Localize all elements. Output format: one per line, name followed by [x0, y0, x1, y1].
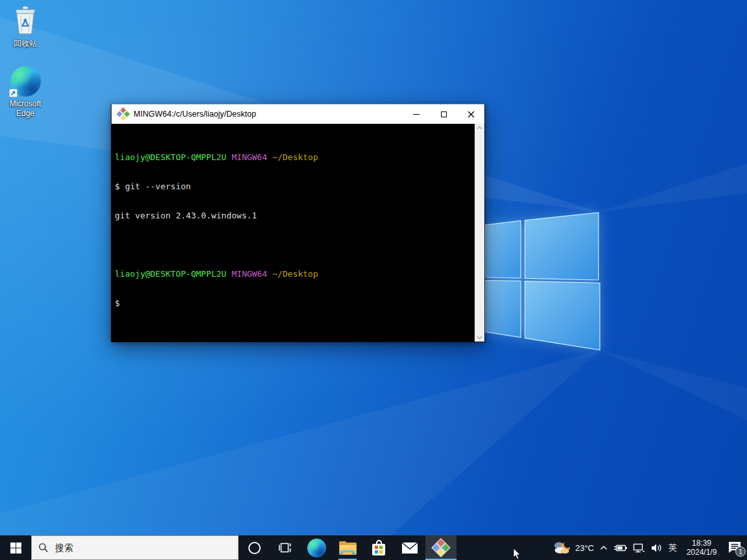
terminal-blank-line	[115, 240, 475, 250]
taskbar-search[interactable]	[31, 535, 239, 560]
mail-icon	[401, 542, 418, 554]
file-explorer-icon	[339, 541, 357, 555]
battery-status[interactable]	[613, 544, 627, 552]
terminal-command-line: $ git --version	[115, 181, 475, 191]
clock-date: 2024/1/9	[683, 548, 720, 557]
terminal-body[interactable]: liaojy@DESKTOP-QMPPL2UMINGW64~/Desktop $…	[112, 124, 475, 342]
terminal-cursor-line: $	[115, 298, 475, 308]
close-icon	[468, 111, 475, 118]
taskbar-edge-button[interactable]	[301, 535, 332, 560]
scroll-down-icon[interactable]	[477, 336, 482, 340]
recycle-bin-label: 回收站	[14, 39, 37, 49]
volume-icon	[651, 543, 663, 553]
windows-start-icon	[10, 542, 21, 554]
task-view-button[interactable]	[270, 535, 301, 560]
ime-indicator[interactable]: 英	[669, 542, 677, 554]
edge-label: Microsoft Edge	[0, 99, 51, 119]
taskbar-file-explorer-button[interactable]	[332, 535, 363, 560]
notification-badge: 1	[735, 546, 746, 557]
microsoft-store-icon	[370, 539, 387, 556]
edge-icon	[10, 66, 41, 97]
taskbar-git-bash-button[interactable]	[425, 535, 456, 560]
volume-status[interactable]	[651, 543, 663, 553]
cortana-icon	[248, 542, 261, 554]
desktop-icon-recycle-bin[interactable]: 回收站	[0, 5, 51, 49]
chevron-up-icon	[600, 544, 608, 551]
system-tray: 23°C	[554, 535, 747, 560]
prompt-env: MINGW64	[231, 269, 267, 279]
edge-icon	[307, 539, 326, 557]
start-button[interactable]	[0, 535, 31, 560]
temperature-label: 23°C	[575, 543, 594, 553]
weather-icon	[554, 541, 571, 555]
taskbar: 23°C	[0, 535, 747, 560]
weather-widget[interactable]: 23°C	[554, 541, 594, 555]
cortana-button[interactable]	[239, 535, 270, 560]
action-center-button[interactable]: 1	[726, 540, 743, 555]
terminal-scrollbar[interactable]	[475, 124, 484, 342]
network-icon	[633, 543, 645, 553]
taskbar-store-button[interactable]	[363, 535, 394, 560]
shortcut-arrow-icon	[9, 89, 18, 97]
search-icon	[38, 542, 49, 553]
desktop-icon-microsoft-edge[interactable]: Microsoft Edge	[0, 66, 51, 119]
terminal-prompt-line: liaojy@DESKTOP-QMPPL2UMINGW64~/Desktop	[115, 269, 475, 279]
mingw64-icon	[117, 108, 130, 121]
git-bash-icon	[433, 539, 450, 557]
close-button[interactable]	[457, 104, 484, 124]
git-bash-window: MINGW64:/c/Users/liaojy/Desktop liaojy@D…	[111, 104, 485, 342]
taskbar-clock[interactable]: 18:39 2024/1/9	[683, 539, 720, 557]
search-input[interactable]	[55, 542, 211, 553]
prompt-env: MINGW64	[231, 152, 267, 162]
scroll-up-icon[interactable]	[477, 126, 482, 130]
network-status[interactable]	[633, 543, 645, 553]
minimize-icon	[413, 114, 420, 115]
prompt-path: ~/Desktop	[272, 269, 318, 279]
battery-charging-icon	[613, 544, 627, 552]
prompt-user: liaojy@DESKTOP-QMPPL2U	[115, 269, 226, 279]
recycle-bin-icon	[10, 5, 40, 36]
prompt-user: liaojy@DESKTOP-QMPPL2U	[115, 152, 226, 162]
window-titlebar[interactable]: MINGW64:/c/Users/liaojy/Desktop	[112, 104, 484, 124]
window-title: MINGW64:/c/Users/liaojy/Desktop	[134, 110, 256, 119]
task-view-icon	[279, 542, 292, 554]
taskbar-mail-button[interactable]	[394, 535, 425, 560]
prompt-path: ~/Desktop	[272, 152, 318, 162]
show-hidden-icons-button[interactable]	[600, 544, 608, 551]
maximize-icon	[441, 111, 447, 117]
clock-time: 18:39	[683, 539, 720, 548]
maximize-button[interactable]	[430, 104, 457, 124]
minimize-button[interactable]	[403, 104, 430, 124]
terminal-output-line: git version 2.43.0.windows.1	[115, 211, 475, 220]
terminal-prompt-line: liaojy@DESKTOP-QMPPL2UMINGW64~/Desktop	[115, 152, 475, 162]
mouse-cursor	[513, 548, 522, 560]
